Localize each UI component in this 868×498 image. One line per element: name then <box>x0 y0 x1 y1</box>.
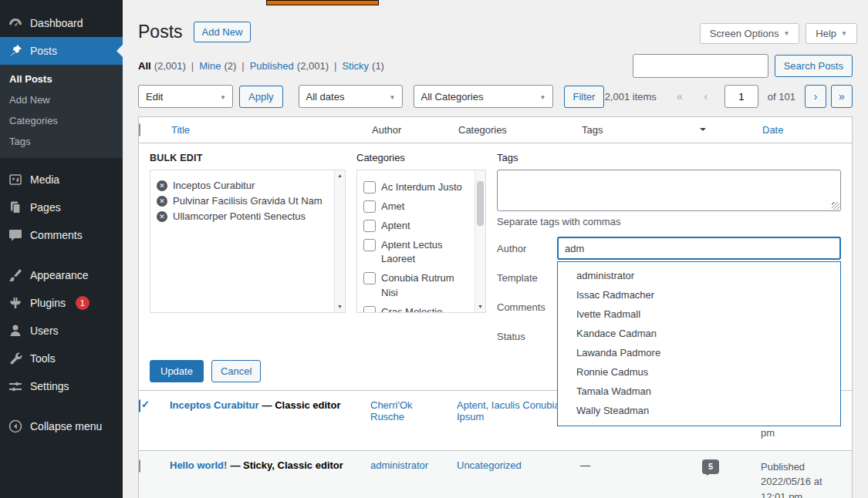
row-checkbox[interactable] <box>139 459 140 473</box>
tags-textarea[interactable] <box>497 170 841 211</box>
submenu-item-add-new[interactable]: Add New <box>0 89 123 110</box>
settings-icon <box>8 379 23 394</box>
remove-post-icon[interactable] <box>157 211 167 222</box>
category-checkbox[interactable] <box>363 181 376 193</box>
author-suggestions-dropdown: administrator Issac Radmacher Ivette Rad… <box>557 261 841 426</box>
author-field-row: Author administrator Issac Radmacher Ive… <box>497 237 841 260</box>
category-option: Amet <box>363 200 468 214</box>
scrollbar-down-arrow[interactable] <box>475 302 485 311</box>
author-suggestion[interactable]: Issac Radmacher <box>558 285 840 305</box>
category-checkbox[interactable] <box>363 200 376 213</box>
search-input[interactable] <box>633 54 768 78</box>
cancel-button[interactable]: Cancel <box>211 360 261 382</box>
sidebar-item-settings[interactable]: Settings <box>0 372 123 400</box>
comment-count-bubble[interactable]: 5 <box>702 459 719 474</box>
sidebar-item-pages[interactable]: Pages <box>0 193 123 221</box>
sidebar-item-posts[interactable]: Posts <box>0 37 123 65</box>
sidebar-item-plugins[interactable]: Plugins 1 <box>0 289 123 317</box>
selected-post-item: Pulvinar Facilisis Gravida Ut Nam <box>157 195 328 207</box>
column-header-date[interactable]: Date <box>761 124 852 136</box>
add-new-button[interactable]: Add New <box>194 22 252 42</box>
scrollbar-up-arrow[interactable] <box>335 171 345 180</box>
author-suggestion[interactable]: Lawanda Padmore <box>558 343 840 362</box>
view-filter-sticky: Sticky (1) <box>342 60 384 72</box>
view-published-link[interactable]: Published <box>250 60 294 72</box>
sidebar-item-appearance[interactable]: Appearance <box>0 261 123 289</box>
category-option-label: Aptent Lectus Laoreet <box>381 238 468 268</box>
dates-filter-value: All dates <box>306 91 345 103</box>
chevron-down-icon <box>841 30 847 37</box>
category-option-label: Aptent <box>381 219 410 234</box>
select-all-checkbox[interactable] <box>139 123 140 136</box>
column-header-title[interactable]: Title <box>170 124 370 136</box>
category-checkbox[interactable] <box>363 239 376 251</box>
filter-button[interactable]: Filter <box>564 86 605 108</box>
first-page-button[interactable]: « <box>669 85 691 108</box>
category-checkbox[interactable] <box>363 306 376 313</box>
sidebar-item-comments[interactable]: Comments <box>0 221 123 249</box>
category-checkbox[interactable] <box>363 220 376 232</box>
post-date-cell: Published 2022/05/16 at 12:01 pm <box>761 459 846 498</box>
prev-page-button[interactable]: ‹ <box>695 85 717 108</box>
scrollbar[interactable] <box>334 170 345 312</box>
post-title-suffix: — Classic editor <box>262 399 341 411</box>
category-checkbox[interactable] <box>363 272 376 284</box>
search-posts-button[interactable]: Search Posts <box>775 55 853 77</box>
tablenav-top: Edit Apply All dates All Categories Filt… <box>138 84 853 109</box>
posts-screen: Screen Options Help Posts Add New All (2… <box>123 19 868 498</box>
current-page-input[interactable] <box>724 85 758 108</box>
next-page-button[interactable]: › <box>805 85 826 108</box>
post-author-link[interactable]: Cherri'Ok Rusche <box>370 399 457 422</box>
category-option-label: Conubia Rutrum Nisi <box>381 271 468 301</box>
plugins-update-badge: 1 <box>76 296 90 310</box>
help-button[interactable]: Help <box>806 23 857 44</box>
post-title-link[interactable]: Hello world! <box>170 459 227 471</box>
post-categories-link[interactable]: Uncategorized <box>457 459 532 471</box>
admin-sidebar: Dashboard Posts All Posts Add New Catego… <box>0 0 123 498</box>
media-icon <box>8 172 23 187</box>
remove-post-icon[interactable] <box>157 180 167 191</box>
scrollbar-thumb[interactable] <box>477 181 484 226</box>
author-suggestion[interactable]: Ivette Radmall <box>558 305 840 324</box>
sidebar-item-dashboard[interactable]: Dashboard <box>0 9 123 37</box>
view-all-link[interactable]: All <box>138 60 151 72</box>
apply-button[interactable]: Apply <box>239 86 283 108</box>
author-input[interactable] <box>557 237 841 260</box>
categories-filter-select[interactable]: All Categories <box>414 85 553 108</box>
sidebar-item-label: Tools <box>30 352 56 365</box>
author-suggestion[interactable]: Ronnie Cadmus <box>558 362 840 382</box>
screen-options-label: Screen Options <box>710 28 779 39</box>
submenu-item-all-posts[interactable]: All Posts <box>0 69 123 89</box>
sidebar-item-media[interactable]: Media <box>0 166 123 193</box>
post-author-link[interactable]: administrator <box>370 459 439 471</box>
screen-options-button[interactable]: Screen Options <box>700 23 800 44</box>
dates-filter-select[interactable]: All dates <box>299 85 403 108</box>
view-mine-link[interactable]: Mine <box>199 60 221 72</box>
tools-icon <box>8 351 23 366</box>
sidebar-item-users[interactable]: Users <box>0 317 123 345</box>
author-suggestion[interactable]: Tamala Wadman <box>558 382 840 401</box>
submenu-item-tags[interactable]: Tags <box>0 131 123 152</box>
sidebar-item-collapse-menu[interactable]: Collapse menu <box>0 412 123 440</box>
author-suggestion[interactable]: Kandace Cadman <box>558 324 840 343</box>
scrollbar-down-arrow[interactable] <box>335 302 345 311</box>
resize-grip-icon[interactable] <box>832 202 839 210</box>
view-mine-count: (2) <box>224 60 236 72</box>
sidebar-item-label: Posts <box>30 45 57 57</box>
last-page-button[interactable]: » <box>831 85 853 108</box>
update-button[interactable]: Update <box>150 360 204 382</box>
remove-post-icon[interactable] <box>157 196 167 207</box>
top-loading-bar <box>266 0 379 5</box>
scrollbar[interactable] <box>475 170 485 312</box>
users-icon <box>8 323 23 338</box>
submenu-item-categories[interactable]: Categories <box>0 110 123 131</box>
tags-hint: Separate tags with commas <box>497 216 841 227</box>
author-suggestion[interactable]: administrator <box>558 266 840 285</box>
post-title-suffix: — Sticky, Classic editor <box>230 459 343 471</box>
view-sticky-link[interactable]: Sticky <box>342 60 369 72</box>
bulk-action-select[interactable]: Edit <box>138 85 233 108</box>
sidebar-item-tools[interactable]: Tools <box>0 345 123 372</box>
post-title-link[interactable]: Inceptos Curabitur <box>170 399 259 411</box>
author-suggestion[interactable]: Wally Steadman <box>558 401 840 420</box>
row-checkbox[interactable] <box>139 399 140 412</box>
